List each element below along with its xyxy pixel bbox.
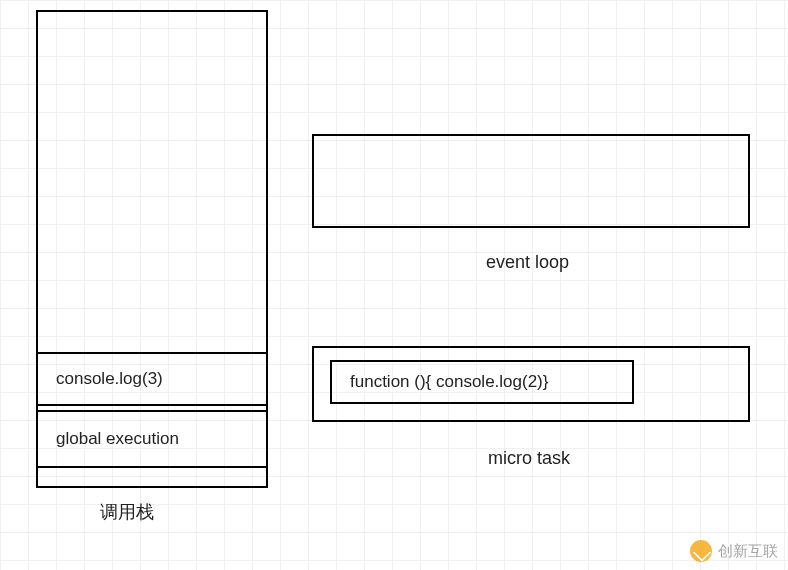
microtask-item: function (){ console.log(2)}	[330, 360, 634, 404]
callstack-item: console.log(3)	[36, 352, 268, 406]
callstack-label: 调用栈	[100, 500, 154, 524]
callstack-item-text: console.log(3)	[56, 369, 163, 389]
callstack-item: global execution	[36, 410, 268, 468]
microtask-item-text: function (){ console.log(2)}	[350, 372, 548, 392]
logo-icon	[690, 540, 712, 562]
eventloop-container	[312, 134, 750, 228]
eventloop-label: event loop	[486, 252, 569, 273]
watermark: 创新互联	[690, 540, 778, 562]
callstack-item-text: global execution	[56, 429, 179, 449]
microtask-label: micro task	[488, 448, 570, 469]
watermark-text: 创新互联	[718, 542, 778, 561]
